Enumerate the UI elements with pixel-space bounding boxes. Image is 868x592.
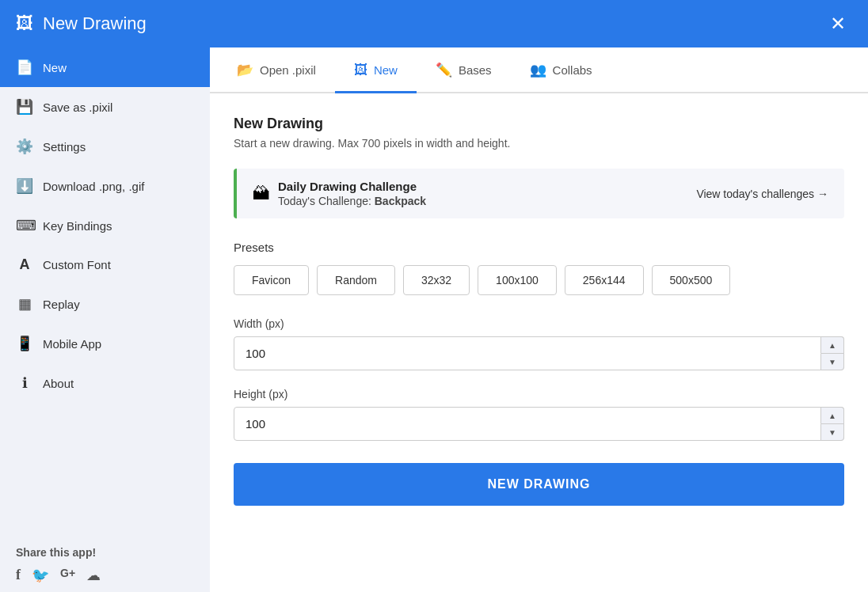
app-title: New Drawing <box>43 13 147 34</box>
section-subtitle: Start a new drawing. Max 700 pixels in w… <box>234 137 844 150</box>
preset-random[interactable]: Random <box>317 265 395 295</box>
challenge-name: Daily Drawing Challenge <box>278 180 426 193</box>
preset-256x144[interactable]: 256x144 <box>565 265 644 295</box>
challenge-today: Today's Challenge: Backpack <box>278 195 426 207</box>
height-increment-button[interactable]: ▲ <box>820 407 844 423</box>
sidebar-item-download[interactable]: ⬇️ Download .png, .gif <box>0 166 210 206</box>
tab-bases[interactable]: ✏️ Bases <box>417 47 511 93</box>
collabs-tab-icon: 👥 <box>530 62 546 78</box>
close-button[interactable]: ✕ <box>824 9 852 38</box>
tab-collabs[interactable]: 👥 Collabs <box>511 47 611 93</box>
content-area: New Drawing Start a new drawing. Max 700… <box>210 93 868 592</box>
facebook-icon[interactable]: f <box>16 567 21 584</box>
sidebar-item-save-as-pixil[interactable]: 💾 Save as .pixil <box>0 87 210 127</box>
height-decrement-button[interactable]: ▼ <box>820 423 844 441</box>
download-icon: ⬇️ <box>16 177 33 195</box>
sidebar-item-label: Download .png, .gif <box>43 180 144 193</box>
keyboard-icon: ⌨ <box>16 217 33 234</box>
sidebar-item-label: Mobile App <box>43 337 101 351</box>
preset-100x100[interactable]: 100x100 <box>478 265 557 295</box>
bases-tab-icon: ✏️ <box>436 62 452 78</box>
tab-collabs-label: Collabs <box>553 63 592 77</box>
preset-500x500[interactable]: 500x500 <box>652 265 731 295</box>
sidebar-item-label: Save as .pixil <box>43 101 112 114</box>
height-field-group: Height (px) ▲ ▼ <box>234 388 844 441</box>
save-icon: 💾 <box>16 98 33 116</box>
sidebar-item-mobile-app[interactable]: 📱 Mobile App <box>0 324 210 363</box>
tab-open-pixil[interactable]: 📂 Open .pixil <box>218 47 335 93</box>
app-icon: 🖼 <box>16 13 33 34</box>
challenge-link[interactable]: View today's challenges → <box>696 188 828 200</box>
sidebar-item-label: Custom Font <box>43 258 111 271</box>
tab-new-label: New <box>374 63 398 77</box>
section-title: New Drawing <box>234 116 844 132</box>
height-input[interactable] <box>234 407 844 441</box>
settings-icon: ⚙️ <box>16 138 33 155</box>
sidebar-item-label: Settings <box>43 140 86 154</box>
info-icon: ℹ <box>16 374 33 392</box>
right-panel: 📂 Open .pixil 🖼 New ✏️ Bases 👥 Collabs <box>210 47 868 592</box>
presets-row: Favicon Random 32x32 100x100 256x144 500… <box>234 265 844 295</box>
tab-open-pixil-label: Open .pixil <box>260 63 316 77</box>
challenge-banner: 🏔 Daily Drawing Challenge Today's Challe… <box>234 169 844 218</box>
mobile-icon: 📱 <box>16 335 33 352</box>
reddit-icon[interactable]: ☁ <box>86 567 101 584</box>
new-drawing-button[interactable]: NEW DRAWING <box>234 463 844 506</box>
sidebar-item-label: Key Bindings <box>43 219 112 233</box>
width-field-group: Width (px) ▲ ▼ <box>234 317 844 370</box>
width-input[interactable] <box>234 336 844 370</box>
sidebar-item-key-bindings[interactable]: ⌨ Key Bindings <box>0 206 210 245</box>
sidebar-item-label: Replay <box>43 298 80 311</box>
replay-icon: ▦ <box>16 295 33 313</box>
sidebar: 📄 New 💾 Save as .pixil ⚙️ Settings ⬇️ Do… <box>0 47 210 592</box>
new-tab-icon: 🖼 <box>354 63 367 78</box>
challenge-icon: 🏔 <box>253 184 270 204</box>
sidebar-item-settings[interactable]: ⚙️ Settings <box>0 127 210 166</box>
sidebar-item-replay[interactable]: ▦ Replay <box>0 284 210 324</box>
open-pixil-tab-icon: 📂 <box>237 62 253 78</box>
tabs: 📂 Open .pixil 🖼 New ✏️ Bases 👥 Collabs <box>210 47 868 93</box>
presets-label: Presets <box>234 241 844 254</box>
font-icon: A <box>16 256 33 273</box>
share-label: Share this app! <box>16 546 194 559</box>
preset-favicon[interactable]: Favicon <box>234 265 309 295</box>
tab-new[interactable]: 🖼 New <box>335 47 417 93</box>
googleplus-icon[interactable]: G+ <box>60 567 75 584</box>
title-bar: 🖼 New Drawing ✕ <box>0 0 868 47</box>
tab-bases-label: Bases <box>459 63 492 77</box>
sidebar-item-label: New <box>43 61 67 74</box>
width-increment-button[interactable]: ▲ <box>820 336 844 353</box>
twitter-icon[interactable]: 🐦 <box>32 567 49 584</box>
sidebar-item-label: About <box>43 377 74 390</box>
width-label: Width (px) <box>234 317 844 330</box>
sidebar-item-new[interactable]: 📄 New <box>0 47 210 87</box>
new-icon: 📄 <box>16 59 33 76</box>
sidebar-item-about[interactable]: ℹ About <box>0 363 210 403</box>
sidebar-item-custom-font[interactable]: A Custom Font <box>0 245 210 284</box>
width-decrement-button[interactable]: ▼ <box>820 353 844 370</box>
height-label: Height (px) <box>234 388 844 400</box>
preset-32x32[interactable]: 32x32 <box>403 265 470 295</box>
